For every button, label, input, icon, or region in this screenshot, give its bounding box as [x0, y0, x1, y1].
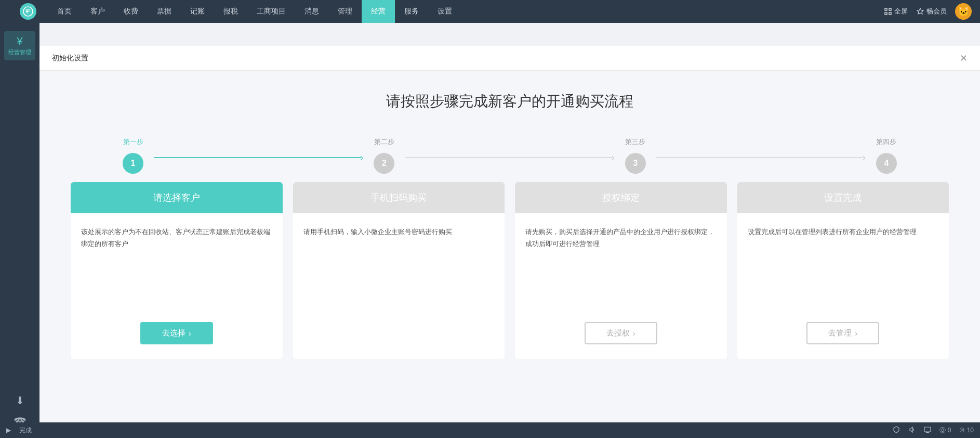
- download-icon[interactable]: ⬇: [16, 394, 24, 407]
- connector-1-2: ›: [154, 151, 363, 163]
- svg-rect-4: [889, 12, 891, 15]
- connector-3-4: ›: [656, 151, 866, 163]
- go-authorize-label: 去授权: [606, 328, 630, 338]
- svg-marker-5: [917, 8, 923, 14]
- card-1-header: 请选择客户: [71, 182, 283, 213]
- card-4-body: 设置完成后可以在管理列表进行所有企业用户的经营管理: [737, 213, 949, 314]
- nav-items: 首页 客户 收费 票据 记账 报税 工商项目 消息 管理 经营 服务 设置: [48, 0, 884, 23]
- sidebar-item-label: 经营管理: [8, 48, 31, 56]
- step-2-label: 第二步: [374, 137, 394, 147]
- svg-rect-6: [924, 427, 931, 432]
- counter-10: ⑩ 10: [959, 427, 974, 434]
- sidebar: ¥ 经营管理 ⬇ ☎: [0, 23, 39, 438]
- status-text: 完成: [19, 426, 32, 435]
- go-authorize-button[interactable]: 去授权 ›: [585, 322, 657, 344]
- go-manage-label: 去管理: [828, 328, 852, 338]
- nav-accounting[interactable]: 记账: [181, 0, 214, 23]
- member-label: 畅会员: [926, 7, 947, 16]
- step-3-label: 第三步: [625, 137, 645, 147]
- nav-tax[interactable]: 报税: [214, 0, 247, 23]
- step-1-label: 第一步: [123, 137, 143, 147]
- main-title: 请按照步骤完成新客户的开通购买流程: [71, 92, 949, 111]
- page-title: 初始化设置: [52, 54, 88, 63]
- counter-0: ⓪ 0: [939, 426, 951, 435]
- nav-customer[interactable]: 客户: [81, 0, 114, 23]
- step-4-block: 第四步 4: [866, 137, 907, 174]
- app-logo: [8, 3, 48, 20]
- sidebar-item-business[interactable]: ¥ 经营管理: [4, 31, 35, 60]
- step-1-block: 第一步 1: [112, 137, 154, 174]
- nav-home[interactable]: 首页: [48, 0, 81, 23]
- nav-business[interactable]: 经营: [362, 0, 395, 23]
- play-button[interactable]: ▶: [6, 427, 11, 434]
- close-button[interactable]: ✕: [960, 53, 968, 64]
- card-4-footer: 去管理 ›: [737, 314, 949, 359]
- shield-icon: [893, 426, 900, 435]
- svg-rect-2: [889, 8, 891, 10]
- card-3-body: 请先购买，购买后选择开通的产品中的企业用户进行授权绑定，成功后即可进行经营管理: [515, 213, 727, 314]
- status-bar: ▶ 完成 ⓪ 0 ⑩ 10: [0, 422, 980, 438]
- logo-icon: [20, 3, 36, 20]
- step-1-circle: 1: [123, 153, 143, 174]
- go-authorize-arrow: ›: [633, 329, 635, 338]
- nav-right: 全屏 畅会员 🐱: [884, 3, 972, 20]
- main-content: 初始化设置 ✕ 请按照步骤完成新客户的开通购买流程 第一步 1 › 第二步 2: [39, 46, 980, 438]
- card-2-footer: [293, 336, 505, 359]
- card-step1: 请选择客户 该处展示的客户为不在回收站、客户状态正常建账后完成老板端绑定的所有客…: [71, 182, 283, 359]
- nav-manage[interactable]: 管理: [328, 0, 362, 23]
- svg-rect-3: [885, 12, 887, 15]
- step-4-circle: 4: [876, 153, 897, 174]
- user-avatar[interactable]: 🐱: [955, 3, 972, 20]
- page-header: 初始化设置 ✕: [39, 46, 980, 71]
- card-step3: 授权绑定 请先购买，购买后选择开通的产品中的企业用户进行授权绑定，成功后即可进行…: [515, 182, 727, 359]
- nav-service[interactable]: 服务: [395, 0, 428, 23]
- nav-commerce[interactable]: 工商项目: [247, 0, 295, 23]
- nav-fees[interactable]: 收费: [114, 0, 148, 23]
- content-area: 请按照步骤完成新客户的开通购买流程 第一步 1 › 第二步 2 ›: [39, 71, 980, 438]
- go-select-button[interactable]: 去选择 ›: [140, 322, 213, 344]
- fullscreen-label: 全屏: [894, 7, 908, 16]
- nav-settings[interactable]: 设置: [428, 0, 461, 23]
- card-step4: 设置完成 设置完成后可以在管理列表进行所有企业用户的经营管理 去管理 ›: [737, 182, 949, 359]
- card-1-body: 该处展示的客户为不在回收站、客户状态正常建账后完成老板端绑定的所有客户: [71, 213, 283, 314]
- step-3-circle: 3: [625, 153, 646, 174]
- card-step2: 手机扫码购买 请用手机扫码，输入小微企业主账号密码进行购买: [293, 182, 505, 359]
- steps-indicator: 第一步 1 › 第二步 2 › 第三步 3: [71, 137, 949, 174]
- go-select-arrow: ›: [189, 329, 191, 338]
- status-bar-right: ⓪ 0 ⑩ 10: [893, 426, 974, 435]
- step-4-label: 第四步: [876, 137, 896, 147]
- svg-rect-1: [885, 8, 887, 10]
- card-3-footer: 去授权 ›: [515, 314, 727, 359]
- nav-message[interactable]: 消息: [295, 0, 328, 23]
- card-2-body: 请用手机扫码，输入小微企业主账号密码进行购买: [293, 213, 505, 336]
- nav-bills[interactable]: 票据: [148, 0, 181, 23]
- card-3-header: 授权绑定: [515, 182, 727, 213]
- business-icon: ¥: [17, 35, 22, 47]
- cards-row: 请选择客户 该处展示的客户为不在回收站、客户状态正常建账后完成老板端绑定的所有客…: [71, 182, 949, 359]
- volume-icon: [908, 426, 916, 435]
- step-2-circle: 2: [374, 153, 394, 174]
- top-navigation: 首页 客户 收费 票据 记账 报税 工商项目 消息 管理 经营 服务 设置 全屏…: [0, 0, 980, 23]
- screen-icon: [924, 426, 931, 435]
- card-2-header: 手机扫码购买: [293, 182, 505, 213]
- step-2-block: 第二步 2: [363, 137, 405, 174]
- go-manage-button[interactable]: 去管理 ›: [806, 322, 879, 344]
- step-3-block: 第三步 3: [615, 137, 656, 174]
- fullscreen-button[interactable]: 全屏: [884, 7, 908, 16]
- card-1-footer: 去选择 ›: [71, 314, 283, 359]
- connector-2-3: ›: [405, 151, 614, 163]
- member-button[interactable]: 畅会员: [916, 7, 947, 16]
- go-manage-arrow: ›: [855, 329, 857, 338]
- go-select-label: 去选择: [162, 328, 186, 338]
- card-4-header: 设置完成: [737, 182, 949, 213]
